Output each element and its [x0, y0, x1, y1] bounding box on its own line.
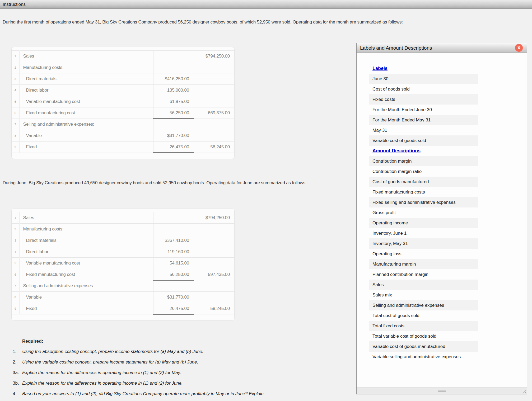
amount-description-list-item[interactable]: Sales: [369, 280, 478, 290]
row-number: 3: [12, 73, 19, 85]
amount-column-1: [153, 119, 194, 130]
row-label: Direct materials: [19, 73, 153, 85]
amount-description-list-item[interactable]: Inventory, June 1: [369, 228, 478, 238]
amount-column-2: 58,245.00: [194, 141, 234, 153]
required-heading: Required:: [22, 339, 351, 344]
amount-description-list-item[interactable]: Total fixed costs: [369, 321, 478, 331]
row-number: 6: [12, 107, 19, 119]
panel-footer: [357, 388, 527, 394]
table-row: 3 Direct materials $416,250.00: [12, 73, 234, 85]
amount-description-list-item[interactable]: Fixed selling and administrative expense…: [369, 197, 478, 207]
amount-column-2: [194, 235, 234, 246]
amount-column-2: [194, 280, 234, 292]
required-item: 1.Using the absorption costing concept, …: [3, 349, 351, 355]
required-item-number: 3a.: [13, 370, 22, 375]
label-list-item[interactable]: May 31: [369, 125, 478, 135]
amount-description-list-item[interactable]: Contribution margin ratio: [369, 166, 478, 177]
label-list-item[interactable]: For the Month Ended May 31: [369, 115, 478, 125]
row-number: 4: [12, 85, 19, 96]
row-label: Fixed manufacturing cost: [19, 269, 153, 280]
required-item-number: 2.: [13, 360, 22, 365]
row-number: 6: [12, 269, 19, 280]
row-label: Variable: [19, 130, 153, 141]
label-list-item[interactable]: June 30: [369, 74, 478, 84]
amount-description-list-item[interactable]: Gross profit: [369, 207, 478, 218]
labels-link[interactable]: Labels: [372, 66, 388, 71]
amount-description-list-item[interactable]: Fixed manufacturing costs: [369, 187, 478, 197]
row-label: Sales: [19, 212, 153, 224]
amount-description-list-item[interactable]: Manufacturing margin: [369, 259, 478, 269]
label-list-item[interactable]: Variable cost of goods sold: [369, 135, 478, 146]
label-list-item[interactable]: For the Month Ended June 30: [369, 105, 478, 115]
amount-column-2: [194, 246, 234, 258]
table-row: 7 Selling and administrative expenses:: [12, 280, 234, 292]
amount-column-1: $31,770.00: [153, 292, 194, 303]
amount-description-list-item[interactable]: Sales mix: [369, 290, 478, 300]
june-operating-data-table: 1 Sales $794,250.00 2 Manufacturing cost…: [11, 209, 235, 320]
amount-descriptions-list: Contribution margin Contribution margin …: [369, 156, 478, 362]
amount-column-2: $794,250.00: [194, 212, 234, 224]
amount-column-1: [153, 224, 194, 235]
amount-column-2: [194, 130, 234, 141]
table-row: 1 Sales $794,250.00: [12, 212, 234, 224]
row-number: 7: [12, 280, 19, 292]
instructions-header: Instructions: [0, 0, 532, 9]
row-label: Variable manufacturing cost: [19, 258, 153, 269]
amount-description-list-item[interactable]: Total cost of goods sold: [369, 310, 478, 321]
row-label: Variable manufacturing cost: [19, 96, 153, 107]
panel-title-bar[interactable]: Labels and Amount Descriptions X: [357, 43, 527, 53]
drag-handle-icon[interactable]: [438, 390, 446, 392]
required-item-text: Using the variable costing concept, prep…: [22, 360, 198, 365]
amount-description-list-item[interactable]: Variable cost of goods manufactured: [369, 341, 478, 352]
amount-column-2: [194, 258, 234, 269]
required-item-text: Based on your answers to (1) and (2), di…: [22, 391, 265, 396]
row-label: Fixed: [19, 141, 153, 153]
required-item-text: Explain the reason for the differences i…: [22, 381, 183, 386]
close-icon[interactable]: X: [515, 44, 523, 52]
label-list-item[interactable]: Fixed costs: [369, 94, 478, 105]
resize-grip-icon[interactable]: [522, 389, 526, 393]
panel-body: Labels June 30 Cost of goods sold Fixed …: [357, 53, 527, 388]
amount-column-2: [194, 85, 234, 96]
row-label: Selling and administrative expenses:: [19, 119, 153, 130]
required-item: 4.Based on your answers to (1) and (2), …: [3, 391, 351, 397]
amount-description-list-item[interactable]: Variable selling and administrative expe…: [369, 352, 478, 362]
row-number: 1: [12, 51, 19, 62]
row-number: 3: [12, 235, 19, 246]
amount-description-list-item[interactable]: Cost of goods manufactured: [369, 177, 478, 187]
table-row: 2 Manufacturing costs:: [12, 224, 234, 235]
row-number: 7: [12, 119, 19, 130]
amount-column-1: [153, 212, 194, 224]
amount-description-list-item[interactable]: Contribution margin: [369, 156, 478, 166]
table-row: 3 Direct materials $367,410.00: [12, 235, 234, 246]
table-row: 5 Variable manufacturing cost 61,875.00: [12, 96, 234, 107]
amount-column-2: [194, 73, 234, 85]
row-label: Direct materials: [19, 235, 153, 246]
amount-column-2: [194, 119, 234, 130]
amount-description-list-item[interactable]: Total variable cost of goods sold: [369, 331, 478, 341]
labels-amount-descriptions-panel: Labels and Amount Descriptions X Labels …: [356, 43, 527, 394]
row-label: Manufacturing costs:: [19, 62, 153, 73]
amount-column-1: 61,875.00: [153, 96, 194, 107]
amount-descriptions-link[interactable]: Amount Descriptions: [372, 148, 421, 153]
row-number: 9: [12, 141, 19, 153]
row-number: 5: [12, 258, 19, 269]
amount-column-1: 56,250.00: [153, 107, 194, 119]
page: Instructions During the first month of o…: [0, 0, 532, 401]
required-item-number: 3b.: [13, 381, 22, 386]
amount-column-1: $367,410.00: [153, 235, 194, 246]
amount-column-1: 26,475.00: [153, 303, 194, 314]
amount-description-list-item[interactable]: Operating income: [369, 218, 478, 228]
amount-column-2: 597,435.00: [194, 269, 234, 280]
amount-description-list-item[interactable]: Inventory, May 31: [369, 238, 478, 249]
amount-column-2: $794,250.00: [194, 51, 234, 62]
amount-column-2: 669,375.00: [194, 107, 234, 119]
amount-description-list-item[interactable]: Selling and administrative expenses: [369, 300, 478, 310]
required-item-number: 1.: [13, 349, 22, 354]
row-number: 9: [12, 303, 19, 314]
amount-description-list-item[interactable]: Planned contribution margin: [369, 269, 478, 280]
label-list-item[interactable]: Cost of goods sold: [369, 84, 478, 94]
amount-column-1: 119,160.00: [153, 246, 194, 258]
amount-description-list-item[interactable]: Operating loss: [369, 249, 478, 259]
table-row: 8 Variable $31,770.00: [12, 292, 234, 303]
